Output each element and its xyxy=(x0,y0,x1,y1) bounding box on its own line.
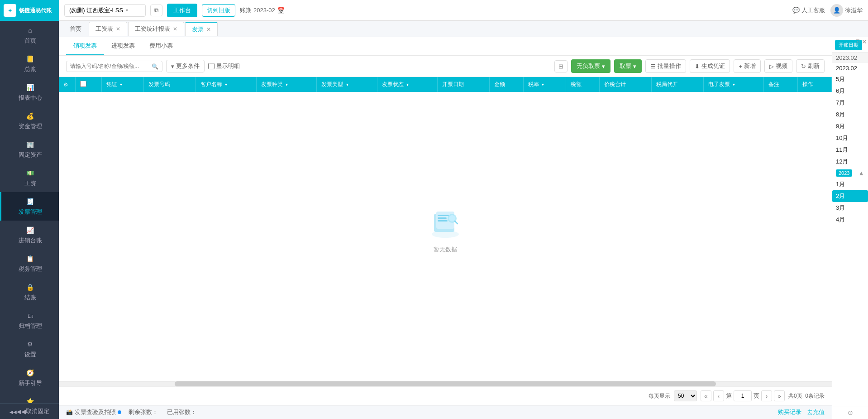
close-acc-icon xyxy=(26,282,34,292)
used-label: 已用张数： xyxy=(167,408,196,416)
status-dot xyxy=(118,410,121,414)
sidebar-collapse-btn[interactable]: ◀◀ 取消固定 xyxy=(0,403,59,419)
date-row-6[interactable]: 6月 xyxy=(832,85,868,97)
search-icon[interactable] xyxy=(152,63,158,70)
date-section-header-2023-02: 2023.02 xyxy=(832,53,868,63)
col-settings[interactable]: ⚙ xyxy=(59,77,75,92)
refresh-btn[interactable]: ↻ 刷新 xyxy=(796,59,825,73)
date-row-3[interactable]: 3月 xyxy=(832,202,868,214)
next-page-btn[interactable]: › xyxy=(761,390,772,401)
sidebar-item-settings[interactable]: 设置 xyxy=(0,335,59,363)
toolbar: ▾ 更多条件 显示明细 ⊞ 无负取票 ▾ 取票 xyxy=(59,56,832,77)
take-invoice-btn[interactable]: 取票 ▾ xyxy=(614,59,642,73)
grid-settings-btn[interactable]: ⊞ xyxy=(554,60,568,72)
fund-icon xyxy=(26,111,34,120)
voucher-filter-icon[interactable]: ▾ xyxy=(120,82,122,87)
sidebar-item-sales[interactable]: 进销台账 xyxy=(0,221,59,249)
sidebar-item-ledger[interactable]: 总账 xyxy=(0,49,59,78)
date-row-12[interactable]: 12月 xyxy=(832,156,868,168)
invoice-type-filter-icon[interactable]: ▾ xyxy=(286,82,288,87)
date-row-11[interactable]: 11月 xyxy=(832,144,868,156)
sidebar-item-guide[interactable]: 新手引导 xyxy=(0,363,59,392)
last-page-btn[interactable]: » xyxy=(774,390,785,401)
tab-salary-close[interactable]: ✕ xyxy=(116,26,120,32)
subtab-expense-ticket[interactable]: 费用小票 xyxy=(142,37,180,55)
date-row-9[interactable]: 9月 xyxy=(832,120,868,132)
purchase-record-link[interactable]: 购买记录 xyxy=(778,408,801,416)
customer-filter-icon[interactable]: ▾ xyxy=(225,82,227,87)
scroll-area[interactable] xyxy=(59,381,832,386)
empty-icon xyxy=(423,205,468,241)
show-detail-wrap[interactable]: 显示明细 xyxy=(208,62,240,70)
filter-btn[interactable]: ▾ 更多条件 xyxy=(166,60,205,72)
sidebar-item-tax[interactable]: 税务管理 xyxy=(0,249,59,278)
date-row-8[interactable]: 8月 xyxy=(832,109,868,120)
no-invoice-btn[interactable]: 无负取票 ▾ xyxy=(571,59,610,73)
tab-invoice[interactable]: 发票 ✕ xyxy=(185,22,218,36)
video-btn[interactable]: ▷ 视频 xyxy=(764,59,792,73)
tab-salary-table[interactable]: 工资表 ✕ xyxy=(89,22,127,36)
user-info[interactable]: 👤 徐溢华 xyxy=(830,4,863,17)
table-wrap: ⚙ 凭证 ▾ 发票号码 客户名称 ▾ 发票种类 ▾ 发票类型 ▾ 发票状态 ▾ … xyxy=(59,77,832,381)
accounting-period: 账期 2023-02 📅 xyxy=(240,6,285,14)
sidebar-item-asset[interactable]: 固定资产 xyxy=(0,135,59,164)
archive-icon xyxy=(27,311,33,320)
per-page-select[interactable]: 50 100 200 xyxy=(674,390,697,401)
status-bar: 📸 发票查验及拍照 剩余张数： 已用张数： 购买记录 去充值 xyxy=(59,405,832,419)
sidebar-item-member[interactable]: 畅会员 xyxy=(0,392,59,403)
date-row-1[interactable]: 1月 xyxy=(832,178,868,190)
gear-icon xyxy=(27,339,33,349)
sidebar-item-invoice[interactable]: 发票管理 xyxy=(0,192,59,221)
show-detail-checkbox[interactable] xyxy=(208,63,215,69)
take-invoice-dropdown-icon: ▾ xyxy=(633,63,636,70)
sidebar-item-close-acc[interactable]: 结账 xyxy=(0,278,59,306)
batch-op-btn[interactable]: ☰ 批量操作 xyxy=(645,59,686,73)
gen-voucher-btn[interactable]: ⬇ 生成凭证 xyxy=(690,59,730,73)
tab-home[interactable]: 首页 xyxy=(63,22,88,36)
page-input[interactable] xyxy=(734,390,752,401)
status-filter-icon[interactable]: ▾ xyxy=(406,82,409,87)
tab-salary-stat[interactable]: 工资统计报表 ✕ xyxy=(128,22,184,36)
company-selector[interactable]: (勿删) 江西股宝-LSS ▾ xyxy=(64,4,146,17)
tab-invoice-close[interactable]: ✕ xyxy=(206,26,211,33)
col-invoice-subtype: 发票类型 ▾ xyxy=(317,77,377,92)
date-row-10[interactable]: 10月 xyxy=(832,132,868,144)
year-up-icon[interactable]: ▲ xyxy=(858,169,864,177)
take-invoice-label: 取票 xyxy=(620,62,631,70)
subtab-sales-invoice[interactable]: 销项发票 xyxy=(66,37,104,55)
new-btn[interactable]: + 新增 xyxy=(734,59,761,73)
first-page-btn[interactable]: « xyxy=(701,390,711,401)
switch-btn[interactable]: 切到旧版 xyxy=(202,4,235,17)
subtab-expense-label: 费用小票 xyxy=(149,42,173,49)
sidebar-item-report[interactable]: 报表中心 xyxy=(0,78,59,106)
prev-page-btn[interactable]: ‹ xyxy=(713,390,724,401)
maximize-icon[interactable]: ⊡ xyxy=(855,38,860,45)
date-row-2023-02[interactable]: 2023.02 xyxy=(832,63,868,73)
service-btn[interactable]: 💬 人工客服 xyxy=(792,6,825,14)
avatar-icon: 👤 xyxy=(833,7,840,14)
calendar-icon: 📅 xyxy=(277,7,285,14)
date-row-5[interactable]: 5月 xyxy=(832,73,868,85)
subtab-purchase-invoice[interactable]: 进项发票 xyxy=(104,37,142,55)
tax-rate-filter-icon[interactable]: ▾ xyxy=(542,82,544,87)
sidebar-item-fund[interactable]: 资金管理 xyxy=(0,106,59,135)
tab-salary-stat-close[interactable]: ✕ xyxy=(173,26,177,32)
search-input-wrap xyxy=(66,61,162,72)
date-row-4[interactable]: 4月 xyxy=(832,214,868,226)
search-input[interactable] xyxy=(70,63,152,69)
panel-scroll-btn[interactable]: ⊙ xyxy=(832,406,868,419)
date-row-2-active[interactable]: 2月 xyxy=(832,190,868,202)
sidebar-item-home[interactable]: 首页 xyxy=(0,21,59,49)
electronic-filter-icon[interactable]: ▾ xyxy=(733,82,735,87)
sidebar-item-salary[interactable]: 工资 xyxy=(0,164,59,192)
recharge-link[interactable]: 去充值 xyxy=(807,408,825,416)
workbench-btn[interactable]: 工作台 xyxy=(167,4,197,17)
panel-close-icon[interactable]: ✕ xyxy=(862,38,867,45)
date-panel: ⊡ ✕ 开账日期 2023.02 2023.02 5月 6月 7月 xyxy=(832,37,868,419)
date-row-7[interactable]: 7月 xyxy=(832,97,868,109)
col-checkbox[interactable] xyxy=(75,77,101,92)
copy-btn[interactable]: ⧉ xyxy=(150,5,162,16)
select-all-checkbox[interactable] xyxy=(80,81,86,87)
invoice-subtype-filter-icon[interactable]: ▾ xyxy=(346,82,348,87)
sidebar-item-archive[interactable]: 归档管理 xyxy=(0,306,59,335)
